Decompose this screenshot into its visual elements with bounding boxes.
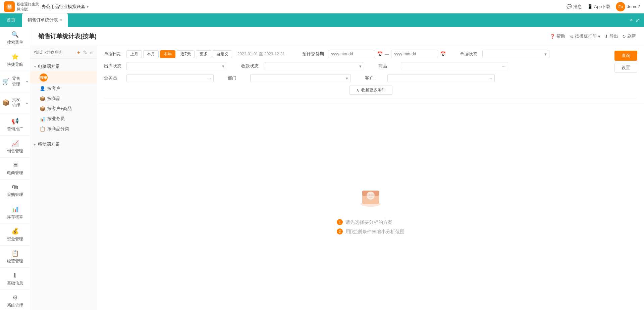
body-container: 按以下方案查询 + ✎ « ▾ 电脑端方案 按单 👤 按客户 xyxy=(30,45,644,310)
tree-child-by-salesperson[interactable]: 📊 按业务员 xyxy=(30,114,97,124)
tab-home[interactable]: 首页 xyxy=(0,13,22,27)
purchase-icon: 🛍 xyxy=(12,184,18,191)
user-area[interactable]: Ea demo2 xyxy=(616,2,640,11)
collapse-button[interactable]: ∧ 收起更多条件 xyxy=(349,86,392,95)
delivery-select-wrap xyxy=(126,62,227,70)
right-panel: 单据日期 上月 本月 本年 近7天 更多 自定义 2023-01-01 至 20… xyxy=(97,45,644,310)
sidebar-item-search[interactable]: 🔍 搜索菜单 xyxy=(0,27,30,49)
window-maximize-btn[interactable]: ⤢ xyxy=(636,17,640,23)
export-btn[interactable]: ⬇ 导出 xyxy=(604,33,618,39)
message-icon: 💬 xyxy=(567,4,572,9)
message-btn[interactable]: 💬 消息 xyxy=(567,4,582,10)
cal-icon-start[interactable]: 📅 xyxy=(377,51,383,57)
sidebar-item-quick-nav[interactable]: ⭐ 快捷导航 xyxy=(0,49,30,71)
search-button[interactable]: 查询 xyxy=(614,51,637,61)
customer-input[interactable] xyxy=(387,74,495,82)
wholesale-arrow: ▴ xyxy=(26,101,28,105)
btn-last7[interactable]: 近7天 xyxy=(177,50,195,58)
department-select[interactable] xyxy=(250,74,351,82)
salesperson-select-wrap: ··· xyxy=(126,74,214,82)
marketing-icon: 📢 xyxy=(11,117,19,125)
sidebar-item-marketing[interactable]: 📢 营销推广 xyxy=(0,113,30,136)
left-panel: 按以下方案查询 + ✎ « ▾ 电脑端方案 按单 👤 按客户 xyxy=(30,45,97,310)
category-scheme-icon: 📋 xyxy=(40,126,45,132)
sidebar-item-basic-info[interactable]: ℹ 基础信息 xyxy=(0,268,30,290)
window-close-btn[interactable]: × xyxy=(630,17,633,23)
sidebar-item-finance[interactable]: 💰 资金管理 xyxy=(0,223,30,246)
cal-icon-end[interactable]: 📅 xyxy=(440,51,446,57)
main-layout: 🔍 搜索菜单 ⭐ 快捷导航 🛒 零售管理 ▾ 📦 批发管理 ▴ 📢 营销推广 📈… xyxy=(0,27,644,310)
tab-bar-right: × ⤢ xyxy=(630,17,644,23)
app-download-btn[interactable]: 📱 App下载 xyxy=(587,4,610,10)
refresh-icon: ↻ xyxy=(622,34,626,39)
sidebar-item-inventory[interactable]: 📊 库存核算 xyxy=(0,201,30,223)
payment-status-select[interactable] xyxy=(264,62,364,70)
retail-arrow: ▾ xyxy=(26,80,28,84)
empty-state: 1 请先选择要分析的方案 2 用[过滤]条件来缩小分析范围 xyxy=(97,103,644,310)
salesperson-label: 业务员 xyxy=(104,75,122,81)
btn-more[interactable]: 更多 xyxy=(196,50,211,58)
sidebar-item-operation[interactable]: 📋 经营管理 xyxy=(0,246,30,268)
tab-close-btn[interactable]: × xyxy=(60,18,62,22)
btn-this-year[interactable]: 本年 xyxy=(160,50,175,58)
tip-num-2: 2 xyxy=(337,228,343,235)
payment-select-wrap xyxy=(264,62,364,70)
tab-label: 销售订单统计表 xyxy=(28,17,58,23)
expected-date-end[interactable] xyxy=(391,50,438,58)
sidebar-item-retail[interactable]: 🛒 零售管理 ▾ xyxy=(0,71,30,92)
collapse-panel-btn[interactable]: « xyxy=(90,50,93,56)
page-title: 销售订单统计表(按单) xyxy=(38,32,97,45)
active-indicator: 按单 xyxy=(40,73,48,82)
retail-icon: 🛒 xyxy=(2,78,9,85)
btn-last-month[interactable]: 上月 xyxy=(126,50,142,58)
tip-text-2: 用[过滤]条件来缩小分析范围 xyxy=(345,227,405,236)
tree-child-by-goods[interactable]: 📦 按商品 xyxy=(30,94,97,104)
edit-scheme-btn[interactable]: ✎ xyxy=(83,49,87,56)
svg-point-6 xyxy=(367,192,375,200)
logo-icon: 畅 xyxy=(4,1,15,12)
add-scheme-btn[interactable]: + xyxy=(77,50,80,56)
phone-icon: 📱 xyxy=(587,4,593,9)
breadcrumb-arrow[interactable]: ▾ xyxy=(87,4,89,9)
setting-button[interactable]: 设置 xyxy=(614,63,637,73)
help-btn[interactable]: ❓ 帮助 xyxy=(550,33,565,39)
print-btn[interactable]: 🖨 按模板打印 ▾ xyxy=(569,33,600,39)
sidebar-item-purchase[interactable]: 🛍 采购管理 xyxy=(0,179,30,201)
tree-parent-pc[interactable]: ▾ 电脑端方案 xyxy=(30,61,97,71)
tip-item-1: 1 请先选择要分析的方案 xyxy=(337,217,405,227)
left-panel-header: 按以下方案查询 + ✎ « xyxy=(30,45,97,59)
system-icon: ⚙ xyxy=(12,294,18,301)
tree-child-by-customer-goods[interactable]: 📦 按客户+商品 xyxy=(30,104,97,114)
status-select[interactable] xyxy=(482,50,549,58)
breadcrumb-text: 办公用品行业模拟账套 xyxy=(42,4,85,10)
logo-area: 畅 畅捷通好生意 标准版 xyxy=(4,1,39,12)
svg-text:畅: 畅 xyxy=(8,5,11,9)
top-bar-left: 畅 畅捷通好生意 标准版 办公用品行业模拟账套 ▾ xyxy=(4,1,89,12)
tip-text-1: 请先选择要分析的方案 xyxy=(345,217,392,227)
refresh-btn[interactable]: ↻ 刷新 xyxy=(622,33,636,39)
svg-point-7 xyxy=(369,194,370,196)
goods-input[interactable] xyxy=(401,62,508,70)
panel-title: 按以下方案查询 xyxy=(34,50,74,55)
sidebar-item-ecommerce[interactable]: 🖥 电商管理 xyxy=(0,158,30,179)
breadcrumb-area[interactable]: 办公用品行业模拟账套 ▾ xyxy=(42,4,89,10)
btn-custom[interactable]: 自定义 xyxy=(213,50,232,58)
salesperson-input[interactable] xyxy=(126,74,214,82)
sidebar-item-sales[interactable]: 📈 销售管理 xyxy=(0,136,30,158)
btn-this-month[interactable]: 本月 xyxy=(143,50,159,58)
expected-date-start[interactable] xyxy=(328,50,375,58)
page-header-actions: ❓ 帮助 🖨 按模板打印 ▾ ⬇ 导出 ↻ 刷新 xyxy=(550,33,636,44)
tree-child-by-order[interactable]: 按单 xyxy=(30,71,97,84)
sidebar-item-system[interactable]: ⚙ 系统管理 xyxy=(0,290,30,310)
sidebar-item-wholesale[interactable]: 📦 批发管理 ▴ xyxy=(0,92,30,113)
customer-goods-scheme-icon: 📦 xyxy=(40,106,45,111)
tree-expand-icon: ▾ xyxy=(34,65,36,68)
tree-child-by-customer[interactable]: 👤 按客户 xyxy=(30,84,97,94)
date-range-display: 2023-01-01 至 2023-12-31 xyxy=(237,51,285,57)
customer-scheme-icon: 👤 xyxy=(40,86,45,91)
tab-bar: 首页 销售订单统计表 × × ⤢ xyxy=(0,13,644,27)
delivery-status-select[interactable] xyxy=(126,62,227,70)
tree-parent-mobile[interactable]: ▸ 移动端方案 xyxy=(30,139,97,149)
tree-child-by-category[interactable]: 📋 按商品分类 xyxy=(30,124,97,134)
tab-active[interactable]: 销售订单统计表 × xyxy=(22,13,68,27)
